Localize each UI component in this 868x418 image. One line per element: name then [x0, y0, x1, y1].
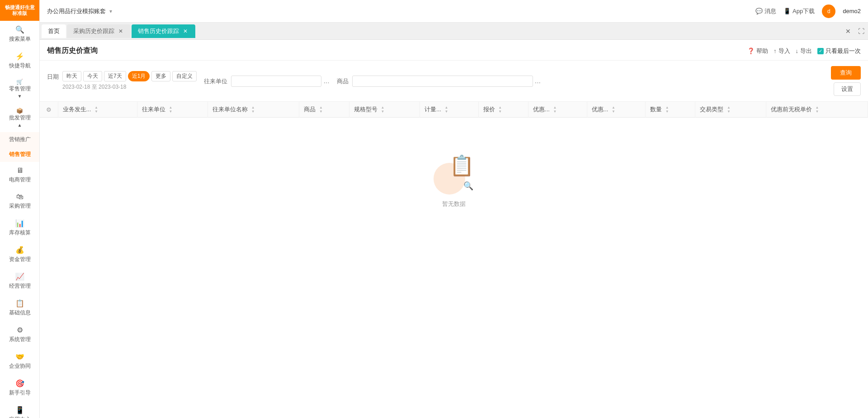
- sort-icons-biz-date: ▲▼: [94, 106, 98, 114]
- enterprise-coop-icon: 🤝: [15, 352, 24, 361]
- date-btn-last7[interactable]: 近7天: [104, 71, 126, 81]
- sidebar-item-finance[interactable]: 💰 资金管理: [0, 241, 40, 268]
- app-download-action[interactable]: 📱 App下载: [783, 7, 815, 15]
- col-label-quantity: 数量: [650, 106, 662, 113]
- sidebar-item-purchase[interactable]: 🛍 采购管理: [0, 188, 40, 214]
- table-col-discount1[interactable]: 优惠... ▲▼: [528, 102, 587, 118]
- table-col-discount2[interactable]: 优惠... ▲▼: [587, 102, 646, 118]
- sidebar-item-label: 零售管理: [9, 85, 31, 93]
- table-col-price[interactable]: 报价 ▲▼: [478, 102, 528, 118]
- only-last-checkbox[interactable]: ✓ 只看最后一次: [817, 47, 861, 55]
- sidebar: 畅捷通好生意标准版 🔍 搜索菜单 ⚡ 快捷导航 🛒 零售管理 ▼ 📦 批发管理 …: [0, 0, 40, 418]
- purchase-icon: 🛍: [16, 193, 24, 201]
- partner-dots-icon[interactable]: ...: [323, 77, 329, 85]
- table-col-gear[interactable]: ⚙: [40, 102, 58, 118]
- partner-input[interactable]: [231, 76, 321, 87]
- sidebar-item-enterprise-coop[interactable]: 🤝 企业协同: [0, 348, 40, 375]
- tab-purchase-history[interactable]: 采购历史价跟踪 ✕: [67, 24, 131, 38]
- tab-purchase-history-close[interactable]: ✕: [117, 28, 124, 35]
- sidebar-item-label: 基础信息: [9, 309, 31, 317]
- sidebar-item-app-center[interactable]: 📱 应用中心: [0, 401, 40, 418]
- gear-icon[interactable]: ⚙: [44, 106, 53, 113]
- app-center-icon: 📱: [15, 406, 24, 414]
- sort-icons-pre-tax-price: ▲▼: [815, 106, 819, 114]
- table-col-product[interactable]: 商品 ▲▼: [299, 102, 349, 118]
- product-filter-group: 商品 ...: [337, 76, 541, 87]
- sidebar-item-label: 经营管理: [9, 282, 31, 290]
- filter-bar: 日期 昨天 今天 近7天 近1月 更多 自定义 2023-02-18 至 202…: [40, 61, 868, 102]
- finance-icon: 💰: [15, 246, 24, 254]
- col-label-pre-tax-price: 优惠前无税单价: [771, 106, 812, 113]
- sidebar-item-sales-mgmt[interactable]: 销售管理: [0, 147, 40, 162]
- date-btn-last1month[interactable]: 近1月: [128, 71, 150, 81]
- export-icon: ↓: [796, 48, 799, 54]
- col-label-biz-date: 业务发生...: [63, 106, 91, 113]
- sidebar-item-basic-info[interactable]: 📋 基础信息: [0, 294, 40, 321]
- table-header: ⚙ 业务发生... ▲▼ 往来单位 ▲▼ 往来单位名称 ▲▼: [40, 102, 868, 118]
- tabs-close-all-icon[interactable]: ✕: [844, 26, 853, 37]
- sidebar-item-inventory[interactable]: 📊 库存核算: [0, 214, 40, 241]
- sort-icons-partner-name: ▲▼: [251, 106, 255, 114]
- sidebar-item-system[interactable]: ⚙ 系统管理: [0, 321, 40, 348]
- basic-info-icon: 📋: [15, 299, 24, 308]
- page-actions: ❓ 帮助 ↑ 导入 ↓ 导出 ✓ 只看最后一次: [747, 47, 861, 55]
- sort-icons-quantity: ▲▼: [665, 106, 669, 114]
- sidebar-item-wholesale[interactable]: 📦 批发管理 ▲: [0, 103, 40, 132]
- sort-icons-discount1: ▲▼: [553, 106, 557, 114]
- page-header: 销售历史价查询 ❓ 帮助 ↑ 导入 ↓ 导出 ✓ 只看最后一次: [40, 40, 868, 61]
- table-col-trade-type[interactable]: 交易类型 ▲▼: [695, 102, 766, 118]
- product-input-wrap: ...: [352, 76, 541, 87]
- tab-sales-history[interactable]: 销售历史价跟踪 ✕: [132, 24, 195, 38]
- table-col-unit[interactable]: 计量... ▲▼: [420, 102, 479, 118]
- search-icon: 🔍: [15, 25, 24, 34]
- date-btn-yesterday[interactable]: 昨天: [62, 71, 81, 81]
- user-avatar[interactable]: d: [822, 5, 835, 18]
- date-btn-more[interactable]: 更多: [151, 71, 170, 81]
- tabs-maximize-icon[interactable]: ⛶: [856, 26, 866, 37]
- export-action[interactable]: ↓ 导出: [796, 47, 812, 55]
- table-col-partner-name[interactable]: 往来单位名称 ▲▼: [208, 102, 299, 118]
- tabs-bar: 首页 采购历史价跟踪 ✕ 销售历史价跟踪 ✕ ✕ ⛶: [40, 23, 868, 40]
- tab-sales-history-close[interactable]: ✕: [182, 28, 189, 35]
- table-col-biz-date[interactable]: 业务发生... ▲▼: [58, 102, 137, 118]
- query-button[interactable]: 查询: [831, 66, 861, 80]
- sort-icons-discount2: ▲▼: [612, 106, 615, 114]
- product-dots-icon[interactable]: ...: [535, 77, 541, 85]
- user-name: demo2: [843, 8, 861, 14]
- sidebar-item-label: 库存核算: [9, 229, 31, 237]
- help-action[interactable]: ❓ 帮助: [747, 47, 768, 55]
- col-label-partner-code: 往来单位: [142, 106, 165, 113]
- retail-arrow-icon: ▼: [18, 94, 22, 99]
- wholesale-arrow-icon: ▲: [18, 123, 22, 128]
- message-action[interactable]: 💬 消息: [755, 7, 776, 15]
- sidebar-item-guide[interactable]: 🎯 新手引导: [0, 375, 40, 401]
- topbar-title: 办公用品行业模拟账套: [47, 7, 106, 15]
- sidebar-item-label: 新手引导: [9, 389, 31, 397]
- wholesale-icon: 📦: [16, 108, 23, 114]
- table-col-spec[interactable]: 规格型号 ▲▼: [349, 102, 420, 118]
- tab-home[interactable]: 首页: [42, 24, 66, 38]
- table-col-pre-tax-price[interactable]: 优惠前无税单价 ▲▼: [766, 102, 868, 118]
- sidebar-item-ecommerce[interactable]: 🖥 电商管理: [0, 162, 40, 188]
- sidebar-item-label: 企业协同: [9, 362, 31, 370]
- import-action[interactable]: ↑ 导入: [774, 47, 790, 55]
- settings-button[interactable]: 设置: [834, 82, 861, 96]
- topbar-dropdown-icon[interactable]: ▾: [109, 8, 112, 14]
- partner-input-wrap: ...: [231, 76, 329, 87]
- sidebar-item-shortcut[interactable]: ⚡ 快捷导航: [0, 48, 40, 74]
- export-label: 导出: [800, 47, 812, 55]
- inventory-icon: 📊: [15, 219, 24, 228]
- sidebar-item-retail[interactable]: 🛒 零售管理 ▼: [0, 74, 40, 103]
- date-btn-custom[interactable]: 自定义: [172, 71, 197, 81]
- product-input[interactable]: [352, 76, 533, 87]
- sidebar-item-operations[interactable]: 📈 经营管理: [0, 268, 40, 294]
- sidebar-item-marketing[interactable]: 营销推广: [0, 132, 40, 147]
- date-btn-today[interactable]: 今天: [83, 71, 102, 81]
- sidebar-item-search[interactable]: 🔍 搜索菜单: [0, 21, 40, 48]
- table-col-quantity[interactable]: 数量 ▲▼: [646, 102, 695, 118]
- col-label-discount2: 优惠...: [592, 106, 609, 113]
- date-range-display: 2023-02-18 至 2023-03-18: [62, 83, 197, 91]
- table-col-partner-code[interactable]: 往来单位 ▲▼: [137, 102, 208, 118]
- sort-icons-product: ▲▼: [319, 106, 323, 114]
- sidebar-group-wholesale: 📦 批发管理 ▲ 营销推广 销售管理: [0, 103, 40, 162]
